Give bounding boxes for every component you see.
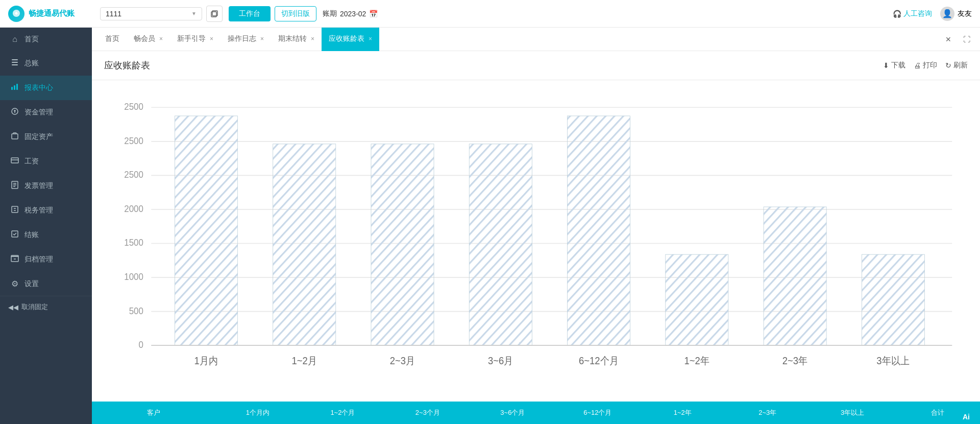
sidebar-label-home: 首页 bbox=[24, 35, 39, 44]
svg-text:1~2年: 1~2年 bbox=[684, 355, 710, 366]
header-right: 🎧 人工咨询 👤 友友 bbox=[893, 7, 972, 21]
sidebar-item-archive[interactable]: 归档管理 bbox=[0, 247, 92, 272]
tab-period-close-close[interactable]: × bbox=[311, 35, 314, 42]
switch-version-button[interactable]: 切到旧版 bbox=[275, 6, 316, 21]
tab-guide[interactable]: 新手引导 × bbox=[170, 28, 220, 51]
tab-aging[interactable]: 应收账龄表 × bbox=[322, 28, 379, 51]
tab-home-label: 首页 bbox=[105, 34, 119, 43]
page-title: 应收账龄表 bbox=[104, 59, 150, 72]
sidebar-item-home[interactable]: ⌂ 首页 bbox=[0, 28, 92, 51]
svg-rect-2 bbox=[12, 59, 18, 60]
col-customer: 客户 bbox=[92, 408, 215, 417]
refresh-button[interactable]: ↻ 刷新 bbox=[945, 61, 968, 70]
main-layout: ⌂ 首页 总账 报表中心 资金管理 固定资产 bbox=[0, 28, 980, 424]
print-label: 打印 bbox=[923, 61, 937, 70]
sidebar-item-tax[interactable]: 税务管理 bbox=[0, 198, 92, 223]
user-area[interactable]: 👤 友友 bbox=[940, 7, 972, 21]
bar-3年以上 bbox=[862, 254, 924, 345]
svg-text:500: 500 bbox=[129, 305, 143, 316]
tab-aging-close[interactable]: × bbox=[369, 35, 372, 42]
ai-badge[interactable]: Ai bbox=[952, 410, 980, 424]
reports-icon bbox=[10, 83, 19, 93]
tab-guide-label: 新手引导 bbox=[177, 34, 206, 43]
svg-rect-9 bbox=[12, 134, 18, 139]
sidebar-label-archive: 归档管理 bbox=[24, 255, 53, 264]
download-button[interactable]: ⬇ 下载 bbox=[883, 61, 905, 70]
company-selector[interactable]: 1111 ▼ bbox=[100, 7, 202, 20]
sidebar-item-salary[interactable]: 工资 bbox=[0, 149, 92, 174]
sidebar-label-invoice: 发票管理 bbox=[24, 181, 53, 191]
sidebar-label-reports: 报表中心 bbox=[24, 83, 53, 92]
ai-label: Ai bbox=[963, 413, 970, 421]
workbench-button[interactable]: 工作台 bbox=[229, 6, 271, 21]
user-name: 友友 bbox=[958, 9, 972, 18]
close-tab-button[interactable]: ✕ bbox=[941, 32, 955, 46]
tab-guide-close[interactable]: × bbox=[210, 35, 213, 42]
svg-rect-3 bbox=[12, 62, 18, 63]
svg-text:3~6月: 3~6月 bbox=[488, 355, 513, 366]
tab-oplog[interactable]: 操作日志 × bbox=[220, 28, 271, 51]
assets-icon bbox=[10, 132, 19, 142]
svg-rect-12 bbox=[12, 206, 18, 213]
table-footer: 客户 1个月内 1~2个月 2~3个月 3~6个月 6~12个月 1~2年 2~… bbox=[92, 402, 980, 424]
sidebar-item-invoice[interactable]: 发票管理 bbox=[0, 174, 92, 198]
copy-button[interactable] bbox=[206, 6, 223, 22]
tab-period-close-label: 期末结转 bbox=[278, 34, 307, 43]
bar-1-2月 bbox=[273, 144, 336, 345]
maximize-button[interactable]: ⛶ bbox=[960, 32, 974, 46]
svg-text:3年以上: 3年以上 bbox=[876, 355, 910, 366]
sidebar-item-close[interactable]: 结账 bbox=[0, 223, 92, 247]
print-button[interactable]: 🖨 打印 bbox=[914, 61, 937, 70]
logo-text: 畅捷通易代账 bbox=[29, 9, 75, 18]
tab-home[interactable]: 首页 bbox=[98, 28, 127, 51]
sidebar-label-salary: 工资 bbox=[24, 157, 39, 166]
tab-member[interactable]: 畅会员 × bbox=[127, 28, 170, 51]
sidebar-label-settings: 设置 bbox=[24, 279, 39, 289]
svg-text:2500: 2500 bbox=[124, 170, 143, 180]
refresh-label: 刷新 bbox=[953, 61, 968, 70]
svg-text:1月内: 1月内 bbox=[194, 355, 218, 366]
svg-text:2500: 2500 bbox=[124, 135, 143, 146]
sidebar-item-assets[interactable]: 固定资产 bbox=[0, 125, 92, 149]
tab-oplog-close[interactable]: × bbox=[260, 35, 264, 42]
sidebar-item-ledger[interactable]: 总账 bbox=[0, 51, 92, 76]
svg-rect-10 bbox=[11, 158, 18, 163]
svg-text:1000: 1000 bbox=[124, 271, 143, 282]
tab-bar: 首页 畅会员 × 新手引导 × 操作日志 × 期末结转 × 应收账龄表 × bbox=[92, 28, 980, 51]
funds-icon bbox=[10, 107, 19, 117]
sidebar-item-funds[interactable]: 资金管理 bbox=[0, 100, 92, 125]
top-header: 畅捷通易代账 1111 ▼ 工作台 切到旧版 账期 2023-02 📅 🎧 人工… bbox=[0, 0, 980, 28]
sidebar-item-settings[interactable]: ⚙ 设置 bbox=[0, 272, 92, 296]
svg-text:2500: 2500 bbox=[124, 102, 143, 112]
bar-3-6月 bbox=[469, 144, 532, 345]
svg-rect-4 bbox=[12, 64, 18, 65]
home-icon: ⌂ bbox=[10, 35, 19, 44]
sidebar-label-tax: 税务管理 bbox=[24, 206, 53, 215]
ledger-icon bbox=[10, 58, 19, 68]
tab-member-close[interactable]: × bbox=[159, 35, 163, 42]
page-actions: ⬇ 下载 🖨 打印 ↻ 刷新 bbox=[883, 61, 968, 70]
pin-icon: ◀◀ bbox=[8, 303, 18, 311]
cancel-pin-label: 取消固定 bbox=[21, 302, 48, 312]
bar-2-3年 bbox=[764, 207, 826, 345]
logo-area: 畅捷通易代账 bbox=[8, 6, 100, 22]
col-6-12month: 6~12个月 bbox=[555, 408, 640, 417]
sidebar-label-close: 结账 bbox=[24, 230, 39, 240]
col-1-2month: 1~2个月 bbox=[300, 408, 385, 417]
bar-chart: 0 500 1000 1500 2000 2500 2500 2500 bbox=[104, 90, 968, 396]
chart-container: 0 500 1000 1500 2000 2500 2500 2500 bbox=[92, 80, 980, 402]
download-label: 下载 bbox=[891, 61, 905, 70]
tab-period-close[interactable]: 期末结转 × bbox=[271, 28, 322, 51]
cancel-pin-button[interactable]: ◀◀ 取消固定 bbox=[0, 296, 92, 318]
sidebar-label-funds: 资金管理 bbox=[24, 108, 53, 117]
tab-actions: ✕ ⛶ bbox=[941, 32, 974, 46]
sidebar-item-reports[interactable]: 报表中心 bbox=[0, 76, 92, 100]
page-header: 应收账龄表 ⬇ 下载 🖨 打印 ↻ 刷新 bbox=[92, 51, 980, 80]
calendar-icon[interactable]: 📅 bbox=[369, 10, 378, 18]
sidebar-label-ledger: 总账 bbox=[24, 59, 39, 68]
svg-text:2~3月: 2~3月 bbox=[390, 355, 415, 366]
close-accounts-icon bbox=[10, 230, 19, 240]
consult-button[interactable]: 🎧 人工咨询 bbox=[893, 9, 932, 18]
refresh-icon: ↻ bbox=[945, 61, 951, 69]
col-2-3month: 2~3个月 bbox=[385, 408, 470, 417]
